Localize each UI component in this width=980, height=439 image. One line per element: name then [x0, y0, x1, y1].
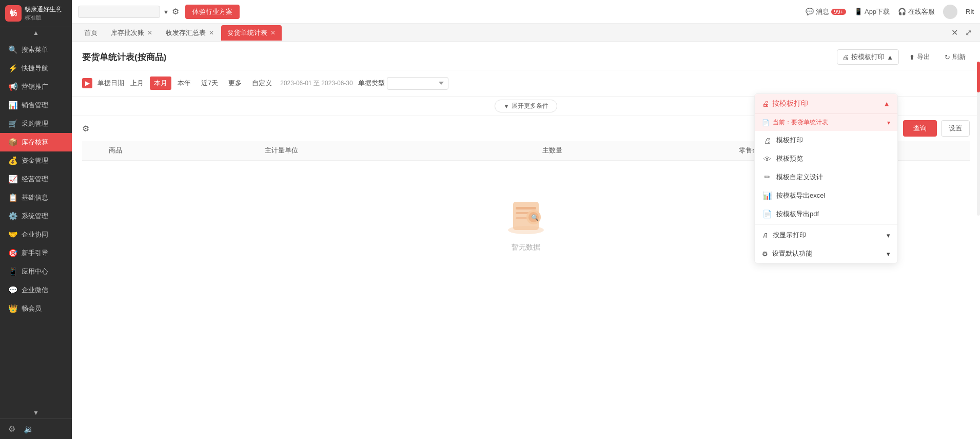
settings-button[interactable]: 设置	[941, 120, 970, 137]
current-label-icon: 📄	[762, 119, 770, 126]
trial-btn[interactable]: 体验行业方案	[185, 5, 240, 19]
date-filter-label: 单据日期	[97, 79, 124, 88]
tab-inventory-batch[interactable]: 库存批次账 ✕	[105, 25, 159, 41]
dropdown-item-template-pdf[interactable]: 📄 按模板导出pdf	[755, 205, 897, 223]
settings-bottom-icon[interactable]: ⚙	[8, 424, 15, 434]
expand-more-button[interactable]: ▼ 展开更多条件	[495, 100, 557, 112]
sidebar-item-search[interactable]: 🔍 搜索菜单	[0, 41, 72, 59]
scrollbar-thumb[interactable]	[977, 62, 980, 92]
message-badge: 99+	[831, 9, 846, 15]
sound-bottom-icon[interactable]: 🔉	[24, 424, 34, 434]
print-btn-container: 🖨 按模板打印 ▲	[837, 49, 899, 65]
sales-icon: 📊	[8, 101, 17, 110]
date-custom-btn[interactable]: 自定义	[248, 77, 276, 90]
user-avatar[interactable]	[943, 5, 957, 19]
sidebar-item-system[interactable]: ⚙️ 系统管理	[0, 207, 72, 225]
basic-icon: 📋	[8, 193, 17, 202]
tab-close-all-button[interactable]: ✕	[949, 27, 960, 39]
sidebar-item-appstore[interactable]: 📱 应用中心	[0, 262, 72, 281]
type-filter-select[interactable]	[387, 77, 448, 90]
date-more-btn[interactable]: 更多	[224, 77, 246, 90]
sidebar-item-basic[interactable]: 📋 基础信息	[0, 188, 72, 207]
dropdown-item-template-excel[interactable]: 📊 按模板导出excel	[755, 186, 897, 205]
dropdown-header: 🖨 按模板打印 ▲	[755, 94, 897, 114]
dropdown-print-icon: 🖨	[762, 100, 769, 108]
display-print-icon: 🖨	[762, 232, 769, 239]
dropdown-item-display-print[interactable]: 🖨 按显示打印 ▾	[755, 226, 897, 244]
sidebar-item-member[interactable]: 👑 畅会员	[0, 299, 72, 318]
sidebar-item-sales[interactable]: 📊 销售管理	[0, 96, 72, 114]
dropdown-item-template-preview[interactable]: 👁 模板预览	[755, 149, 897, 168]
date-last-month-btn[interactable]: 上月	[126, 77, 148, 90]
date-7days-btn[interactable]: 近7天	[197, 77, 222, 90]
dropdown-item-template-print[interactable]: 🖨 模板打印	[755, 131, 897, 149]
topbar-dropdown-button[interactable]: ▾	[164, 8, 168, 16]
export-button[interactable]: ⬆ 导出	[905, 50, 934, 64]
dropdown-up-chevron[interactable]: ▲	[883, 100, 890, 108]
sidebar-nav: 🔍 搜索菜单 ⚡ 快捷导航 📢 营销推广 📊 销售管理 🛒 采购管理 📦 库存核…	[0, 39, 72, 407]
dropdown-title: 🖨 按模板打印	[762, 99, 808, 108]
svg-text:🔍: 🔍	[531, 214, 539, 221]
sidebar-item-purchase[interactable]: 🛒 采购管理	[0, 114, 72, 133]
print-template-button[interactable]: 🖨 按模板打印 ▲	[837, 49, 899, 65]
filter-collapse-btn[interactable]: ▶	[82, 78, 92, 88]
tab-maximize-button[interactable]: ⤢	[963, 27, 974, 39]
member-icon: 👑	[8, 304, 17, 313]
sidebar-item-inventory[interactable]: 📦 库存核算	[0, 133, 72, 151]
appstore-icon: 📱	[8, 267, 17, 276]
type-filter-label: 单据类型	[358, 79, 385, 88]
tab-close-inventory-batch[interactable]: ✕	[147, 29, 152, 36]
sidebar-item-operation[interactable]: 📈 经营管理	[0, 170, 72, 188]
set-default-icon: ⚙	[762, 250, 768, 258]
query-button[interactable]: 查询	[903, 120, 937, 137]
tabs-bar: 首页 库存批次账 ✕ 收发存汇总表 ✕ 要货单统计表 ✕ ✕ ⤢	[72, 24, 980, 42]
scroll-down-button[interactable]: ▼	[33, 409, 39, 416]
quick-nav-icon: ⚡	[8, 64, 17, 73]
tab-close-order-stats[interactable]: ✕	[270, 29, 276, 36]
sidebar-item-marketing[interactable]: 📢 营销推广	[0, 78, 72, 96]
right-scrollbar[interactable]	[977, 62, 980, 216]
sidebar-bottom: ⚙ 🔉	[0, 418, 72, 439]
date-this-month-btn[interactable]: 本月	[150, 77, 171, 90]
topbar-gear-button[interactable]: ⚙	[172, 7, 179, 16]
table-col-product: 商品	[103, 141, 259, 161]
sidebar-scroll-down[interactable]: ▼	[0, 407, 72, 418]
inventory-icon: 📦	[8, 138, 17, 147]
sidebar-scroll-up[interactable]: ▲	[0, 27, 72, 39]
message-item[interactable]: 💬 消息 99+	[806, 7, 846, 16]
logo-icon: 畅	[5, 5, 22, 22]
topbar-right: 💬 消息 99+ 📱 App下载 🎧 在线客服 Rit	[806, 5, 974, 19]
page-header-actions: 🖨 按模板打印 ▲ ⬆ 导出 ↻ 刷新	[837, 49, 970, 65]
date-range-text: 2023-06-01 至 2023-06-30	[280, 79, 352, 88]
sidebar-item-quick-nav[interactable]: ⚡ 快捷导航	[0, 59, 72, 78]
online-service-item[interactable]: 🎧 在线客服	[898, 7, 935, 16]
empty-text: 暂无数据	[512, 243, 540, 252]
app-download-icon: 📱	[854, 8, 863, 15]
date-this-year-btn[interactable]: 本年	[173, 77, 195, 90]
page-title: 要货单统计表(按商品)	[82, 51, 166, 63]
page-content-area: 要货单统计表(按商品) 🖨 按模板打印 ▲ ⬆ 导出 ↻ 刷新	[72, 42, 980, 439]
app-download-item[interactable]: 📱 App下载	[854, 7, 890, 16]
tab-home[interactable]: 首页	[78, 25, 104, 41]
topbar-search-input[interactable]	[78, 6, 160, 18]
sidebar-item-wechat[interactable]: 💬 企业微信	[0, 281, 72, 299]
sidebar-logo: 畅 畅康通好生意 标准版	[0, 0, 72, 27]
tab-close-receipt-summary[interactable]: ✕	[209, 29, 214, 36]
scroll-up-button[interactable]: ▲	[33, 29, 39, 36]
tab-order-stats[interactable]: 要货单统计表 ✕	[221, 25, 282, 41]
topbar: ▾ ⚙ 体验行业方案 💬 消息 99+ 📱 App下载 🎧 在线客服 Rit	[72, 0, 980, 24]
tab-receipt-summary[interactable]: 收发存汇总表 ✕	[160, 25, 220, 41]
type-filter-group: 单据类型	[358, 77, 448, 90]
display-print-chevron: ▾	[887, 232, 890, 239]
message-icon: 💬	[806, 8, 814, 15]
template-pdf-icon: 📄	[762, 209, 772, 219]
dropdown-item-set-default[interactable]: ⚙ 设置默认功能 ▾	[755, 244, 897, 263]
table-settings-icon[interactable]: ⚙	[82, 124, 89, 133]
sidebar-item-finance[interactable]: 💰 资金管理	[0, 151, 72, 170]
refresh-button[interactable]: ↻ 刷新	[940, 50, 970, 64]
sidebar-item-guide[interactable]: 🎯 新手引导	[0, 244, 72, 262]
dropdown-item-template-design[interactable]: ✏ 模板自定义设计	[755, 168, 897, 186]
tabs-controls: ✕ ⤢	[949, 27, 974, 39]
svg-rect-2	[516, 207, 536, 209]
sidebar-item-collab[interactable]: 🤝 企业协同	[0, 225, 72, 244]
